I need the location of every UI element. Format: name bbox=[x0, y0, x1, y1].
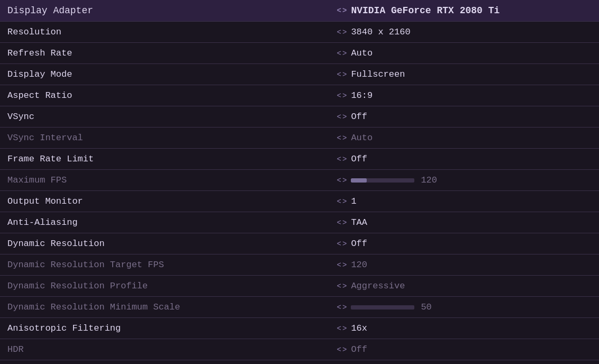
arrow-right-dynamic-resolution-target-fps[interactable]: > bbox=[342, 261, 347, 269]
arrow-left-refresh-rate[interactable]: < bbox=[337, 49, 341, 58]
settings-row-maximum-fps[interactable]: Maximum FPS<>120 bbox=[0, 170, 599, 191]
label-maximum-fps: Maximum FPS bbox=[0, 170, 330, 191]
settings-row-anti-aliasing[interactable]: Anti-Aliasing<>TAA bbox=[0, 212, 599, 233]
value-cell-dynamic-resolution[interactable]: <>Off bbox=[330, 233, 599, 254]
value-cell-maximum-fps[interactable]: <>120 bbox=[330, 170, 599, 191]
arrow-right-anisotropic-filtering[interactable]: > bbox=[342, 324, 347, 333]
arrows-dynamic-resolution-profile[interactable]: <> bbox=[337, 282, 347, 290]
arrows-dynamic-resolution[interactable]: <> bbox=[337, 240, 347, 248]
value-cell-vsync-interval[interactable]: <>Auto bbox=[330, 128, 599, 149]
arrow-right-hdr[interactable]: > bbox=[342, 345, 347, 354]
arrow-left-dynamic-resolution-minimum-scale[interactable]: < bbox=[337, 303, 341, 312]
arrows-display-adapter[interactable]: <> bbox=[337, 6, 347, 15]
arrow-right-vsync[interactable]: > bbox=[342, 113, 347, 121]
settings-row-vsync[interactable]: VSync<>Off bbox=[0, 106, 599, 128]
value-cell-hdr[interactable]: <>Off bbox=[330, 339, 599, 360]
arrow-right-maximum-fps[interactable]: > bbox=[342, 176, 347, 185]
arrow-left-dynamic-resolution-target-fps[interactable]: < bbox=[337, 261, 341, 269]
arrow-left-maximum-fps[interactable]: < bbox=[337, 176, 341, 185]
settings-row-dynamic-resolution-target-fps[interactable]: Dynamic Resolution Target FPS<>120 bbox=[0, 254, 599, 276]
arrows-resolution[interactable]: <> bbox=[337, 28, 347, 37]
slider-container-maximum-fps: 120 bbox=[351, 175, 437, 185]
arrows-refresh-rate[interactable]: <> bbox=[337, 49, 347, 58]
arrow-right-display-adapter[interactable]: > bbox=[342, 6, 347, 15]
arrow-right-refresh-rate[interactable]: > bbox=[342, 49, 347, 58]
value-cell-dynamic-resolution-minimum-scale[interactable]: <>50 bbox=[330, 297, 599, 318]
arrow-left-vsync[interactable]: < bbox=[337, 113, 341, 121]
value-cell-dynamic-resolution-profile[interactable]: <>Aggressive bbox=[330, 276, 599, 297]
arrow-left-frame-rate-limit[interactable]: < bbox=[337, 155, 341, 163]
value-wrapper-dynamic-resolution-minimum-scale: <>50 bbox=[337, 302, 592, 312]
value-wrapper-resolution: <>3840 x 2160 bbox=[337, 27, 592, 37]
value-cell-anti-aliasing[interactable]: <>TAA bbox=[330, 212, 599, 233]
value-cell-output-monitor[interactable]: <>1 bbox=[330, 191, 599, 212]
arrow-left-resolution[interactable]: < bbox=[337, 28, 341, 37]
arrow-left-dynamic-resolution[interactable]: < bbox=[337, 240, 341, 248]
value-cell-resolution[interactable]: <>3840 x 2160 bbox=[330, 22, 599, 43]
value-cell-display-adapter[interactable]: <>NVIDIA GeForce RTX 2080 Ti bbox=[330, 0, 599, 22]
arrows-anti-aliasing[interactable]: <> bbox=[337, 219, 347, 227]
settings-row-display-adapter[interactable]: Display Adapter<>NVIDIA GeForce RTX 2080… bbox=[0, 0, 599, 22]
arrow-right-output-monitor[interactable]: > bbox=[342, 197, 347, 206]
value-wrapper-output-monitor: <>1 bbox=[337, 196, 592, 206]
settings-row-output-monitor[interactable]: Output Monitor<>1 bbox=[0, 191, 599, 212]
arrows-frame-rate-limit[interactable]: <> bbox=[337, 155, 347, 163]
value-text-anti-aliasing: TAA bbox=[351, 217, 367, 228]
arrows-aspect-ratio[interactable]: <> bbox=[337, 92, 347, 100]
arrows-vsync-interval[interactable]: <> bbox=[337, 134, 347, 142]
arrows-output-monitor[interactable]: <> bbox=[337, 197, 347, 206]
settings-row-dynamic-resolution[interactable]: Dynamic Resolution<>Off bbox=[0, 233, 599, 254]
value-text-refresh-rate: Auto bbox=[351, 48, 373, 58]
arrows-display-mode[interactable]: <> bbox=[337, 70, 347, 79]
settings-row-hdr[interactable]: HDR<>Off bbox=[0, 339, 599, 360]
arrow-right-dynamic-resolution-profile[interactable]: > bbox=[342, 282, 347, 290]
value-text-display-mode: Fullscreen bbox=[351, 69, 405, 79]
value-cell-display-mode[interactable]: <>Fullscreen bbox=[330, 64, 599, 85]
slider-bar-maximum-fps[interactable] bbox=[351, 178, 414, 183]
value-cell-vsync[interactable]: <>Off bbox=[330, 106, 599, 128]
value-cell-frame-rate-limit[interactable]: <>Off bbox=[330, 149, 599, 170]
arrows-hdr[interactable]: <> bbox=[337, 345, 347, 354]
arrows-vsync[interactable]: <> bbox=[337, 113, 347, 121]
value-text-hdr: Off bbox=[351, 344, 367, 354]
arrow-right-aspect-ratio[interactable]: > bbox=[342, 92, 347, 100]
slider-container-dynamic-resolution-minimum-scale: 50 bbox=[351, 302, 431, 312]
arrow-right-resolution[interactable]: > bbox=[342, 28, 347, 37]
value-cell-dynamic-resolution-target-fps[interactable]: <>120 bbox=[330, 254, 599, 276]
arrow-right-anti-aliasing[interactable]: > bbox=[342, 219, 347, 227]
arrow-left-anisotropic-filtering[interactable]: < bbox=[337, 324, 341, 333]
settings-row-dynamic-resolution-minimum-scale[interactable]: Dynamic Resolution Minimum Scale<>50 bbox=[0, 297, 599, 318]
settings-row-display-mode[interactable]: Display Mode<>Fullscreen bbox=[0, 64, 599, 85]
arrows-anisotropic-filtering[interactable]: <> bbox=[337, 324, 347, 333]
settings-row-dynamic-resolution-profile[interactable]: Dynamic Resolution Profile<>Aggressive bbox=[0, 276, 599, 297]
settings-row-frame-rate-limit[interactable]: Frame Rate Limit<>Off bbox=[0, 149, 599, 170]
arrow-left-aspect-ratio[interactable]: < bbox=[337, 92, 341, 100]
slider-bar-dynamic-resolution-minimum-scale[interactable] bbox=[351, 305, 414, 310]
settings-row-resolution[interactable]: Resolution<>3840 x 2160 bbox=[0, 22, 599, 43]
arrows-dynamic-resolution-minimum-scale[interactable]: <> bbox=[337, 303, 347, 312]
arrow-right-frame-rate-limit[interactable]: > bbox=[342, 155, 347, 163]
value-wrapper-refresh-rate: <>Auto bbox=[337, 48, 592, 58]
arrow-left-display-adapter[interactable]: < bbox=[337, 6, 341, 15]
settings-row-refresh-rate[interactable]: Refresh Rate<>Auto bbox=[0, 43, 599, 64]
arrows-dynamic-resolution-target-fps[interactable]: <> bbox=[337, 261, 347, 269]
arrow-right-vsync-interval[interactable]: > bbox=[342, 134, 347, 142]
arrow-left-vsync-interval[interactable]: < bbox=[337, 134, 341, 142]
arrow-right-dynamic-resolution[interactable]: > bbox=[342, 240, 347, 248]
arrow-left-display-mode[interactable]: < bbox=[337, 70, 341, 79]
value-wrapper-anti-aliasing: <>TAA bbox=[337, 217, 592, 228]
arrows-maximum-fps[interactable]: <> bbox=[337, 176, 347, 185]
arrow-right-dynamic-resolution-minimum-scale[interactable]: > bbox=[342, 303, 347, 312]
value-cell-refresh-rate[interactable]: <>Auto bbox=[330, 43, 599, 64]
value-cell-aspect-ratio[interactable]: <>16:9 bbox=[330, 85, 599, 106]
arrow-right-display-mode[interactable]: > bbox=[342, 70, 347, 79]
settings-row-anisotropic-filtering[interactable]: Anisotropic Filtering<>16x bbox=[0, 318, 599, 339]
settings-row-vsync-interval[interactable]: VSync Interval<>Auto bbox=[0, 128, 599, 149]
arrow-left-hdr[interactable]: < bbox=[337, 345, 341, 354]
arrow-left-output-monitor[interactable]: < bbox=[337, 197, 341, 206]
settings-row-aspect-ratio[interactable]: Aspect Ratio<>16:9 bbox=[0, 85, 599, 106]
arrow-left-anti-aliasing[interactable]: < bbox=[337, 219, 341, 227]
arrow-left-dynamic-resolution-profile[interactable]: < bbox=[337, 282, 341, 290]
value-cell-anisotropic-filtering[interactable]: <>16x bbox=[330, 318, 599, 339]
value-wrapper-vsync-interval: <>Auto bbox=[337, 133, 592, 143]
